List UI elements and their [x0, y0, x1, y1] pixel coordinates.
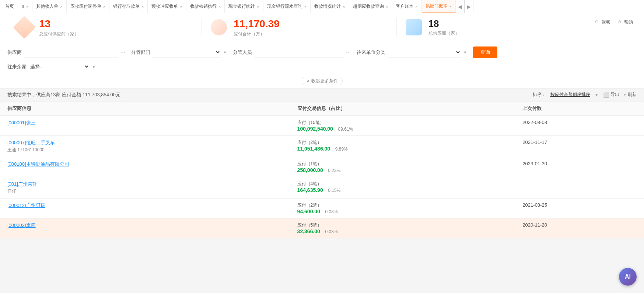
- nav-right-arrow[interactable]: ▶: [465, 0, 473, 13]
- close-icon[interactable]: ×: [257, 4, 259, 9]
- nav-tab-home[interactable]: 首页: [1, 0, 18, 13]
- close-icon[interactable]: ×: [304, 4, 307, 9]
- supplier-link[interactable]: [000012]广州贝瑞: [7, 202, 283, 209]
- supplier-link[interactable]: [000002]李四: [7, 222, 283, 229]
- close-icon[interactable]: ×: [343, 4, 345, 9]
- total-info: 18 总供应商（家）: [428, 18, 459, 37]
- close-icon[interactable]: ×: [26, 4, 28, 9]
- supplier-link[interactable]: [000100]本特勤油品有限公司: [7, 161, 283, 168]
- table-header: 供应商信息 应付交易信息（占比） 上次付数: [0, 101, 644, 116]
- person-dots-btn[interactable]: ···: [346, 49, 351, 56]
- close-icon[interactable]: ×: [141, 4, 144, 9]
- payable-info: 11,170.39 应付合计（万）: [234, 18, 280, 37]
- supplier-input[interactable]: [24, 47, 118, 58]
- payable-amount-value[interactable]: 164,635.90: [297, 187, 323, 193]
- payable-percent: 89.61%: [338, 127, 353, 132]
- top-right-links: ⊙ 视频 | ⊙ 帮助: [591, 18, 637, 25]
- results-info: 搜索结果中，供应商13家 应付金额 111,703,854.00元: [7, 92, 120, 98]
- payable-amount-value[interactable]: 258,000.00: [297, 167, 323, 173]
- payable-cell: 应付（2笔） 94,600.00 0.08%: [290, 198, 515, 218]
- data-table: 供应商信息 应付交易信息（占比） 上次付数 [000001]张三 应付（15笔）…: [0, 101, 644, 238]
- payable-amount: 11,170.39: [234, 18, 280, 30]
- nav-tab-adjust-label: 应收应付调整单: [70, 3, 101, 10]
- nav-tab-receipt-verify[interactable]: 收款核销执行 ×: [186, 0, 225, 13]
- supplier-cell: [000012]广州贝瑞: [0, 198, 290, 218]
- category-select[interactable]: [388, 47, 461, 57]
- supplier-cell: [000001]张三: [0, 116, 290, 135]
- supplier-link[interactable]: [001]广州荣轩: [7, 181, 283, 187]
- supplier-cell: [000007]恒旺二手叉车 王通 17106110000: [0, 135, 290, 157]
- filter-area: 供应商 ··· 分管部门 ▼ 分管人员 ···: [0, 42, 644, 89]
- collapse-label: 收起更多条件: [311, 78, 338, 84]
- nav-tab-bank-label: 银行存取款单: [113, 3, 140, 10]
- payable-amount-value[interactable]: 94,600.00: [297, 208, 320, 214]
- payable-cell: 应付（5笔） 32,366.00 0.03%: [290, 218, 515, 238]
- last-pay-cell: [515, 177, 644, 198]
- payable-percent: 0.15%: [328, 188, 340, 193]
- nav-tab-customer-ledger[interactable]: 客户账本 ×: [392, 0, 421, 13]
- supplier-dots-btn[interactable]: ···: [120, 49, 125, 56]
- nav-tab-cash-stat[interactable]: 现金银行统计 ×: [225, 0, 263, 13]
- collapse-icon: ∧: [307, 78, 310, 83]
- collapse-button[interactable]: ∧ 收起更多条件: [302, 77, 343, 85]
- nav-tab-other-income[interactable]: 其他收入单 ×: [32, 0, 66, 13]
- supplier-link[interactable]: [000007]恒旺二手叉车: [7, 139, 283, 146]
- person-input[interactable]: [254, 47, 344, 58]
- close-icon[interactable]: ×: [415, 4, 417, 9]
- total-label: 总供应商（家）: [428, 30, 459, 37]
- supplier-cell: [000002]李四: [0, 218, 290, 238]
- payable-amount-value[interactable]: 11,051,486.00: [297, 146, 330, 152]
- nav-tab-supplier-ledger[interactable]: 供应商账本 ×: [422, 0, 456, 13]
- nav-tab-cash-flow[interactable]: 现金银行流水查询 ×: [263, 0, 311, 13]
- nav-tab-rec-stat-label: 收款情况统计: [314, 3, 341, 10]
- nav-tab-receipt-stat[interactable]: 收款情况统计 ×: [311, 0, 349, 13]
- category-select-wrapper: [388, 47, 461, 58]
- dept-select-wrapper: [153, 47, 221, 58]
- last-pay-date: 2022-08-08: [522, 120, 547, 125]
- nav-tab-flow-label: 现金银行流水查询: [267, 3, 302, 10]
- balance-select[interactable]: 选择...: [29, 61, 90, 72]
- payable-amount-value[interactable]: 32,366.00: [297, 228, 320, 234]
- top-nav: 首页 3 × 其他收入单 × 应收应付调整单 × 银行存取款单 × 预收冲应收单…: [0, 0, 644, 13]
- sort-value[interactable]: 按应付余额倒序排序: [550, 92, 590, 98]
- nav-tab-bank-deposit[interactable]: 银行存取款单 ×: [109, 0, 148, 13]
- export-button[interactable]: ⬜ 导出: [603, 92, 619, 98]
- close-icon[interactable]: ×: [218, 4, 221, 9]
- nav-left-arrow[interactable]: ◀: [456, 0, 465, 13]
- last-pay-cell: 2020-11-20: [515, 218, 644, 238]
- close-icon[interactable]: ×: [180, 4, 182, 9]
- supplier-link[interactable]: [000001]张三: [7, 120, 283, 126]
- nav-tab-overdue-label: 超期应收款查询: [353, 3, 384, 10]
- video-link[interactable]: 视频: [602, 19, 610, 25]
- payable-amount-value[interactable]: 100,092,540.00: [297, 126, 333, 132]
- nav-tab-cust-label: 客户账本: [396, 3, 413, 10]
- close-icon[interactable]: ×: [60, 4, 62, 9]
- nav-tab-adjust[interactable]: 应收应付调整单 ×: [67, 0, 109, 13]
- sort-label: 排序：: [533, 92, 546, 98]
- nav-tab-other-income-label: 其他收入单: [36, 3, 58, 10]
- ai-button[interactable]: Ai: [619, 268, 637, 286]
- sort-dropdown-icon[interactable]: ▼: [595, 93, 599, 97]
- help-link[interactable]: 帮助: [624, 19, 633, 25]
- close-icon[interactable]: ×: [449, 4, 452, 8]
- table-row: [000100]本特勤油品有限公司 应付（1笔） 258,000.00 0.23…: [0, 157, 644, 177]
- table-header-row: 供应商信息 应付交易信息（占比） 上次付数: [0, 101, 644, 116]
- nav-tab-overdue[interactable]: 超期应收款查询 ×: [349, 0, 392, 13]
- shop-icon: [406, 19, 422, 35]
- last-pay-cell: 2023-01-30: [515, 157, 644, 177]
- close-icon[interactable]: ×: [103, 4, 105, 9]
- dept-select[interactable]: [153, 47, 221, 57]
- nav-tab-prepaid[interactable]: 预收冲应收单 ×: [148, 0, 186, 13]
- payable-percent: 0.08%: [325, 209, 338, 214]
- refresh-button[interactable]: ○ 刷新: [624, 92, 637, 98]
- query-button[interactable]: 查询: [473, 46, 497, 58]
- table-row: [000002]李四 应付（5笔） 32,366.00 0.03% 2020-1…: [0, 218, 644, 238]
- close-icon[interactable]: ×: [386, 4, 388, 9]
- nav-tab-3[interactable]: 3 ×: [18, 0, 32, 13]
- results-bar: 搜索结果中，供应商13家 应付金额 111,703,854.00元 排序： 按应…: [0, 89, 644, 101]
- dept-dropdown-icon: ▼: [223, 50, 227, 55]
- filter-supplier: 供应商 ···: [7, 47, 125, 58]
- supplier-cell: [001]广州荣轩 仔仔: [0, 177, 290, 198]
- filter-balance: 往来余额 选择... ▼: [7, 61, 96, 72]
- ai-label: Ai: [625, 273, 631, 280]
